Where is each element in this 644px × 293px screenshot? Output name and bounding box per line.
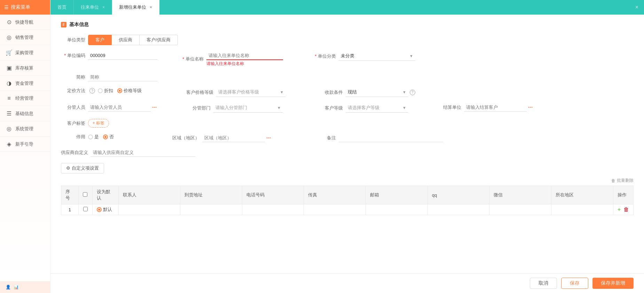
- th-qq: qq: [427, 186, 489, 204]
- sidebar: ☰ 搜索菜单 ⊙ 快捷导航 ◎ 销售管理 🛒 采购管理 ▣ 库存核算 ◑ 资金管…: [0, 0, 50, 293]
- settlement-unit-field: 结算单位 ···: [437, 103, 634, 112]
- unit-type-row: 单位类型 客户 供应商 客户/供应商: [61, 35, 634, 45]
- tab-partner-list[interactable]: 往来单位 ×: [74, 0, 112, 15]
- row-wechat[interactable]: [489, 204, 551, 215]
- pricing-discount-radio[interactable]: 折扣: [98, 88, 113, 94]
- customer-level-select[interactable]: 请选择客户等级 ▼: [346, 103, 408, 113]
- manager-more-btn[interactable]: ···: [152, 104, 157, 111]
- pricing-help-icon[interactable]: ?: [89, 88, 95, 93]
- price-level-radio-circle: [117, 88, 122, 93]
- th-action: 操作: [613, 186, 633, 204]
- pricing-level-radio[interactable]: 价格等级: [117, 88, 142, 94]
- sidebar-item-basic-info[interactable]: ☰ 基础信息: [0, 106, 50, 121]
- row-contact[interactable]: [118, 204, 180, 215]
- unit-type-supplier-btn[interactable]: 供应商: [112, 35, 140, 45]
- sidebar-item-finance[interactable]: ◑ 资金管理: [0, 76, 50, 91]
- row-fax[interactable]: [304, 204, 366, 215]
- short-name-input[interactable]: [88, 73, 158, 81]
- row-checkbox-cell: [78, 204, 92, 215]
- quick-nav-icon: ⊙: [6, 19, 13, 25]
- sidebar-search[interactable]: ☰ 搜索菜单: [0, 0, 50, 15]
- finance-icon: ◑: [6, 80, 13, 87]
- supplier-custom-row: 供应商自定义: [61, 148, 634, 157]
- row-qq[interactable]: [427, 204, 489, 215]
- region-more-btn[interactable]: ···: [266, 135, 271, 141]
- sidebar-item-purchase[interactable]: 🛒 采购管理: [0, 45, 50, 60]
- department-select[interactable]: 请输入分管部门 ▼: [213, 103, 283, 113]
- phone-input[interactable]: [246, 207, 300, 212]
- remark-input[interactable]: [339, 134, 443, 142]
- section-title-basic-info: F 基本信息: [61, 22, 634, 28]
- th-fax: 传真: [304, 186, 366, 204]
- sidebar-item-inventory[interactable]: ▣ 库存核算: [0, 60, 50, 76]
- supplier-custom-input[interactable]: [91, 148, 195, 157]
- add-tag-button[interactable]: + 标签: [88, 119, 109, 128]
- select-all-checkbox[interactable]: [83, 192, 87, 197]
- region-field: 区域（地区） ···: [172, 134, 298, 142]
- row-email[interactable]: [366, 204, 428, 215]
- discount-radio-circle: [98, 88, 103, 93]
- region-input[interactable]: [202, 134, 265, 142]
- row-region-input[interactable]: [556, 207, 609, 212]
- unit-name-label: 单位名称: [179, 56, 204, 62]
- payment-terms-help-icon[interactable]: ?: [410, 90, 415, 95]
- sidebar-item-quick-nav[interactable]: ⊙ 快捷导航: [0, 15, 50, 30]
- search-icon: ☰: [4, 5, 9, 10]
- pricing-method-field: 定价方法 ? 折扣 价格等级: [61, 88, 172, 94]
- row-region[interactable]: [551, 204, 613, 215]
- wechat-input[interactable]: [494, 207, 547, 212]
- payment-terms-select[interactable]: 现结 ▼: [346, 88, 408, 97]
- contact-input[interactable]: [123, 207, 176, 212]
- tab-home[interactable]: 首页: [50, 0, 74, 15]
- row-address[interactable]: [180, 204, 242, 215]
- customer-level-field: 客户等级 请选择客户等级 ▼: [319, 103, 423, 113]
- fax-input[interactable]: [308, 207, 361, 212]
- settlement-unit-more-btn[interactable]: ···: [528, 104, 533, 111]
- row-default-circle: [97, 207, 102, 212]
- th-checkbox: [78, 186, 92, 204]
- cancel-button[interactable]: 取消: [530, 278, 557, 289]
- table-header-row: 序号 设为默认 联系人 到货地址 电话号码 传真 邮箱 qq 微信 所在地区 操…: [61, 186, 634, 204]
- section-icon: F: [61, 22, 66, 27]
- tab-new-partner[interactable]: 新增往来单位 ×: [112, 0, 159, 15]
- unit-code-input[interactable]: [88, 51, 158, 60]
- manager-input[interactable]: [88, 103, 151, 112]
- row-checkbox[interactable]: [83, 207, 88, 211]
- row-phone[interactable]: [242, 204, 304, 215]
- row-action-cell: + 🗑: [618, 206, 629, 213]
- batch-delete-btn[interactable]: 🗑 批量删除: [611, 178, 634, 184]
- sidebar-item-operations[interactable]: ≡ 经营管理: [0, 91, 50, 106]
- customer-price-level-select[interactable]: 请选择客户价格等级 ▼: [216, 88, 286, 97]
- pricing-method-radio-group: 折扣 价格等级: [98, 88, 142, 94]
- customer-level-placeholder: 请选择客户等级: [348, 105, 379, 111]
- sidebar-item-sales[interactable]: ◎ 销售管理: [0, 30, 50, 45]
- form-footer: 取消 保存 保存并新增: [50, 273, 644, 293]
- payment-terms-field: 收款条件 现结 ▼ ?: [319, 88, 634, 97]
- sidebar-item-system[interactable]: ◎ 系统管理: [0, 121, 50, 137]
- sidebar-item-newbie[interactable]: ◈ 新手引导: [0, 137, 50, 152]
- settlement-unit-input[interactable]: [464, 103, 527, 112]
- form-content: F 基本信息 单位类型 客户 供应商 客户/供应商 单位编码: [50, 15, 644, 273]
- unit-type-both-btn[interactable]: 客户/供应商: [140, 35, 178, 45]
- address-input[interactable]: [184, 207, 238, 212]
- unit-code-field: 单位编码: [61, 51, 165, 60]
- tab-close-new-partner[interactable]: ×: [150, 5, 152, 10]
- settlement-unit-label: 结算单位: [437, 104, 461, 111]
- row-delete-btn[interactable]: 🗑: [623, 206, 629, 213]
- window-close-button[interactable]: ×: [630, 4, 644, 10]
- save-button[interactable]: 保存: [561, 278, 588, 289]
- custom-settings-button[interactable]: ⚙ 自定义项设置: [61, 163, 104, 173]
- row-default-radio[interactable]: 默认: [97, 206, 114, 213]
- unit-type-customer-btn[interactable]: 客户: [88, 35, 112, 45]
- tab-close-partner-list[interactable]: ×: [102, 5, 105, 10]
- email-input[interactable]: [370, 207, 423, 212]
- save-and-add-button[interactable]: 保存并新增: [592, 278, 634, 289]
- row-action: + 🗑: [613, 204, 633, 215]
- qq-input[interactable]: [432, 207, 485, 212]
- row-add-btn[interactable]: +: [618, 206, 621, 213]
- unit-name-input[interactable]: [206, 51, 283, 60]
- unit-category-select[interactable]: 未分类 ▼: [339, 51, 415, 61]
- stop-use-no-radio[interactable]: 否: [103, 134, 114, 140]
- stop-use-yes-radio[interactable]: 是: [88, 134, 99, 140]
- newbie-icon: ◈: [6, 141, 13, 147]
